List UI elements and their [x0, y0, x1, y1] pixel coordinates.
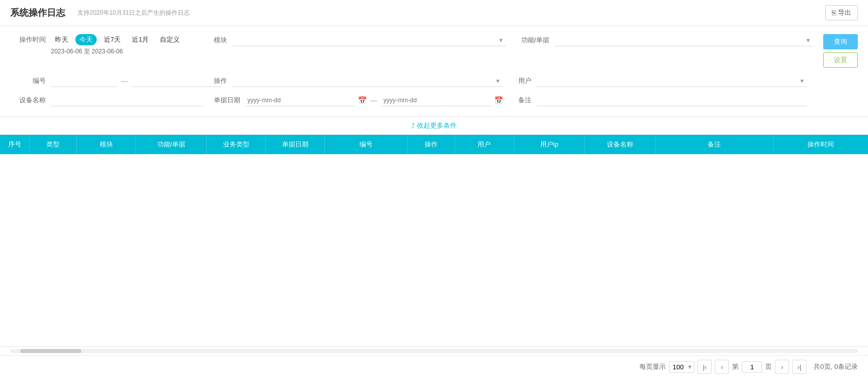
- module-select[interactable]: [232, 34, 506, 46]
- empty-area: [0, 154, 868, 327]
- col-number: 编号: [325, 135, 407, 154]
- date-from-input[interactable]: [245, 95, 356, 106]
- date-to-calendar-icon[interactable]: 📅: [494, 96, 503, 104]
- time-range: 2023-06-06 至 2023-06-06: [51, 48, 123, 55]
- module-label: 模块: [214, 36, 232, 45]
- col-device: 设备名称: [584, 135, 655, 154]
- time-label: 操作时间: [10, 35, 51, 44]
- date-to-input[interactable]: [381, 95, 492, 106]
- time-btn-custom[interactable]: 自定义: [156, 34, 184, 45]
- user-select[interactable]: [537, 75, 807, 87]
- page-size-label: 每页显示: [639, 362, 666, 371]
- col-index: 序号: [0, 135, 30, 154]
- device-input[interactable]: [51, 94, 204, 106]
- settings-button[interactable]: 设置: [823, 52, 858, 68]
- time-btn-1month[interactable]: 近1月: [128, 34, 153, 45]
- pagination: 每页显示 10 20 50 100 200 ▼ |‹ ‹ 第 1 页 › ›| …: [0, 355, 868, 378]
- page-prefix-label: 第: [732, 362, 739, 371]
- operation-select[interactable]: [232, 75, 503, 87]
- total-info: 共0页, 0条记录: [814, 362, 858, 371]
- time-buttons: 昨天 今天 近7天 近1月 自定义: [51, 34, 184, 45]
- table-container: 序号 类型 模块 功能/单据 业务类型 单据日期 编号 操作 用户 用户ip 设…: [0, 135, 868, 346]
- operation-select-wrapper: ▼: [232, 75, 503, 87]
- operation-label: 操作: [214, 76, 232, 85]
- scroll-bar-track: [10, 349, 858, 353]
- col-function: 功能/单据: [136, 135, 207, 154]
- date-dash: —: [371, 97, 377, 104]
- col-user: 用户: [455, 135, 514, 154]
- query-button[interactable]: 查询: [823, 34, 858, 49]
- collapse-bar[interactable]: ⤴ 收起更多条件: [0, 117, 868, 135]
- prev-page-button[interactable]: ‹: [715, 360, 729, 374]
- user-select-wrapper: ▼: [537, 75, 807, 87]
- col-module: 模块: [77, 135, 136, 154]
- col-type: 类型: [30, 135, 77, 154]
- page-header: 系统操作日志 支持2020年10月31日之后产生的操作日志 ⎘ 导出: [0, 0, 868, 26]
- page-subtitle: 支持2020年10月31日之后产生的操作日志: [77, 9, 190, 17]
- device-label: 设备名称: [10, 96, 51, 105]
- page-title: 系统操作日志: [10, 7, 65, 19]
- filter-area: 操作时间 昨天 今天 近7天 近1月 自定义 2023-06-06 至 2023…: [0, 26, 868, 117]
- collapse-label: 收起更多条件: [417, 121, 457, 130]
- number-label: 编号: [10, 76, 51, 85]
- first-page-button[interactable]: |‹: [697, 360, 712, 374]
- function-select[interactable]: [554, 34, 813, 46]
- collapse-up-icon: ⤴: [411, 122, 415, 130]
- next-page-button[interactable]: ›: [775, 360, 789, 374]
- function-select-wrapper: ▼: [554, 34, 813, 46]
- number-to-input[interactable]: [132, 75, 221, 87]
- scroll-bar-wrap: [0, 346, 868, 355]
- scroll-bar-thumb[interactable]: [20, 349, 81, 353]
- col-user-ip: 用户ip: [514, 135, 584, 154]
- table-header-row: 序号 类型 模块 功能/单据 业务类型 单据日期 编号 操作 用户 用户ip 设…: [0, 135, 868, 154]
- page-input[interactable]: 1: [742, 361, 762, 373]
- col-operation: 操作: [407, 135, 455, 154]
- last-page-button[interactable]: ›|: [792, 360, 806, 374]
- col-remark: 备注: [655, 135, 773, 154]
- page-size-wrapper: 10 20 50 100 200 ▼: [669, 361, 694, 373]
- col-doc-date: 单据日期: [266, 135, 325, 154]
- number-dash: —: [121, 77, 128, 85]
- time-btn-yesterday[interactable]: 昨天: [51, 34, 72, 45]
- page-size-select[interactable]: 10 20 50 100 200: [669, 361, 694, 373]
- time-btn-7days[interactable]: 近7天: [100, 34, 125, 45]
- export-icon: ⎘: [832, 9, 836, 17]
- remark-input[interactable]: [537, 94, 807, 106]
- col-biz-type: 业务类型: [207, 135, 266, 154]
- export-label: 导出: [838, 8, 851, 17]
- function-label: 功能/单据: [521, 36, 555, 45]
- date-from-calendar-icon[interactable]: 📅: [358, 96, 367, 104]
- remark-label: 备注: [518, 96, 537, 105]
- data-table: 序号 类型 模块 功能/单据 业务类型 单据日期 编号 操作 用户 用户ip 设…: [0, 135, 868, 154]
- export-button[interactable]: ⎘ 导出: [825, 5, 858, 20]
- number-from-input[interactable]: [51, 75, 117, 87]
- doc-date-label: 单据日期: [214, 96, 245, 105]
- time-btn-today[interactable]: 今天: [75, 34, 97, 45]
- module-select-wrapper: ▼: [232, 34, 506, 46]
- filter-actions: 查询 设置: [823, 34, 858, 68]
- user-label: 用户: [518, 76, 537, 85]
- page-suffix-label: 页: [765, 362, 772, 371]
- col-op-time: 操作时间: [773, 135, 868, 154]
